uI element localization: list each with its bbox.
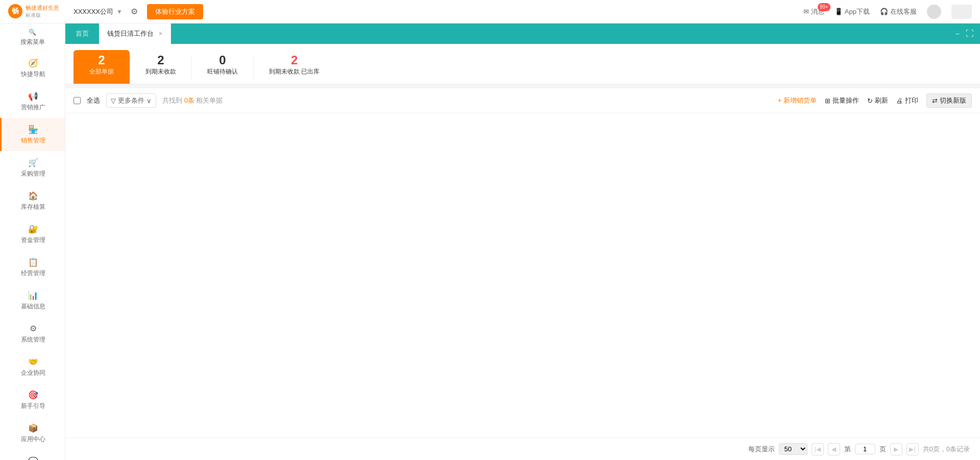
found-count: 0条 xyxy=(184,96,197,104)
sidebar-item-inventory[interactable]: 🏠 库存核算 xyxy=(0,184,65,217)
sidebar-item-label: 营销推广 xyxy=(21,103,45,112)
stat-label-wangpu: 旺铺待确认 xyxy=(207,67,238,76)
tab-minimize-button[interactable]: － xyxy=(953,29,962,39)
quick-nav-icon: 🧭 xyxy=(28,58,38,68)
header-company: XXXXXX公司 ▼ ⚙ 体验行业方案 xyxy=(74,4,803,19)
sidebar: 🔍 搜索菜单 🧭 快捷导航 📢 营销推广 🏪 销售管理 🛒 采购管理 🏠 库存核… xyxy=(0,23,65,460)
work-area: 2 全部单据 2 到期未收款 0 旺铺待确认 2 到期未收款 已出库 xyxy=(65,44,980,460)
print-button[interactable]: 🖨 打印 xyxy=(896,96,918,105)
trial-button[interactable]: 体验行业方案 xyxy=(147,4,203,19)
batch-icon: ⊞ xyxy=(825,97,830,105)
logo-text: 畅捷通好生意 xyxy=(26,4,59,11)
sidebar-item-basic-info[interactable]: 📊 基础信息 xyxy=(0,284,65,317)
logo-sub: 标准版 xyxy=(26,12,59,19)
prev-page-button[interactable]: ◀ xyxy=(828,443,840,455)
message-button[interactable]: ✉ 消息 99+ xyxy=(803,7,824,16)
new-sales-button[interactable]: + 新增销货单 xyxy=(778,96,817,105)
app-download-label: App下载 xyxy=(845,7,870,16)
switch-version-button[interactable]: ⇄ 切换新版 xyxy=(926,93,972,108)
basic-info-icon: 📊 xyxy=(28,290,38,300)
capital-icon: 🔐 xyxy=(28,224,38,234)
sidebar-item-label: 应用中心 xyxy=(21,435,45,444)
toolbar: 全选 ▽ 更多条件 ∨ 共找到 0条 相关单据 + 新增销货单 ⊞ 批量操作 xyxy=(65,88,980,113)
batch-operation-button[interactable]: ⊞ 批量操作 xyxy=(825,96,859,105)
sidebar-item-label: 销售管理 xyxy=(21,136,45,145)
sidebar-search[interactable]: 🔍 搜索菜单 xyxy=(0,23,65,52)
filter-button[interactable]: ▽ 更多条件 ∨ xyxy=(106,93,156,108)
stat-number-all: 2 xyxy=(98,54,105,66)
sidebar-item-label: 系统管理 xyxy=(21,335,45,344)
stat-tab-all[interactable]: 2 全部单据 xyxy=(74,50,130,84)
tab-home-label: 首页 xyxy=(76,29,89,38)
filter-label: 更多条件 xyxy=(118,96,144,105)
tab-home[interactable]: 首页 xyxy=(65,23,99,44)
sidebar-item-purchase[interactable]: 🛒 采购管理 xyxy=(0,151,65,184)
corp-wechat-icon: 💬 xyxy=(28,456,38,460)
sidebar-item-label: 基础信息 xyxy=(21,302,45,311)
company-dropdown-arrow[interactable]: ▼ xyxy=(116,8,122,15)
sidebar-item-label: 库存核算 xyxy=(21,203,45,211)
filter-dropdown-icon: ∨ xyxy=(146,97,152,105)
sidebar-item-marketing[interactable]: 📢 营销推广 xyxy=(0,85,65,118)
stat-label-shipped: 到期未收款 已出库 xyxy=(269,67,320,76)
settings-icon[interactable]: ⚙ xyxy=(131,7,138,16)
online-service-label: 在线客服 xyxy=(890,7,917,16)
company-name: XXXXXX公司 xyxy=(74,7,113,16)
tab-close-icon[interactable]: × xyxy=(159,30,162,37)
system-icon: ⚙ xyxy=(28,323,38,333)
tab-spacer xyxy=(171,23,947,44)
tab-maximize-button[interactable]: ⛶ xyxy=(966,29,974,38)
table-area xyxy=(65,113,980,438)
stats-tabs: 2 全部单据 2 到期未收款 0 旺铺待确认 2 到期未收款 已出库 xyxy=(65,44,980,84)
page-input[interactable] xyxy=(855,444,875,454)
sidebar-item-capital[interactable]: 🔐 资金管理 xyxy=(0,217,65,251)
app-center-icon: 📦 xyxy=(28,423,38,433)
purchase-icon: 🛒 xyxy=(28,157,38,167)
stat-number-wangpu: 0 xyxy=(219,54,226,66)
app-download-button[interactable]: 📱 App下载 xyxy=(835,7,870,16)
sidebar-item-label: 采购管理 xyxy=(21,170,45,178)
page-size-label: 每页显示 xyxy=(748,445,775,454)
tab-window-actions: － ⛶ xyxy=(947,23,980,44)
sidebar-item-label: 资金管理 xyxy=(21,236,45,245)
sidebar-item-system[interactable]: ⚙ 系统管理 xyxy=(0,317,65,350)
stat-tab-wangpu[interactable]: 0 旺铺待确认 xyxy=(192,50,253,84)
page-of: 页 xyxy=(879,445,886,454)
sidebar-item-quick-nav[interactable]: 🧭 快捷导航 xyxy=(0,52,65,85)
last-page-button[interactable]: ▶| xyxy=(906,443,919,455)
avatar[interactable] xyxy=(927,5,941,19)
guide-icon: 🎯 xyxy=(28,390,38,400)
online-service-button[interactable]: 🎧 在线客服 xyxy=(880,7,917,16)
switch-icon: ⇄ xyxy=(932,97,938,105)
sidebar-item-enterprise[interactable]: 🤝 企业协同 xyxy=(0,350,65,383)
next-page-button[interactable]: ▶ xyxy=(890,443,902,455)
sidebar-item-app-center[interactable]: 📦 应用中心 xyxy=(0,417,65,450)
first-page-button[interactable]: |◀ xyxy=(812,443,824,455)
sales-icon: 🏪 xyxy=(28,124,38,134)
header-right: ✉ 消息 99+ 📱 App下载 🎧 在线客服 xyxy=(803,5,972,19)
stat-tab-shipped[interactable]: 2 到期未收款 已出库 xyxy=(254,50,335,84)
sidebar-item-sales[interactable]: 🏪 销售管理 xyxy=(0,118,65,151)
operation-icon: 📋 xyxy=(28,257,38,267)
user-info[interactable] xyxy=(951,5,972,19)
sidebar-item-corp-wechat[interactable]: 💬 企业微信 xyxy=(0,450,65,460)
page-label: 第 xyxy=(844,445,851,454)
tab-work-bench[interactable]: 钱货日清工作台 × xyxy=(99,23,171,44)
sidebar-item-operation[interactable]: 📋 经营管理 xyxy=(0,251,65,284)
print-icon: 🖨 xyxy=(896,97,903,105)
found-prefix: 共找到 xyxy=(162,96,182,104)
select-all-checkbox[interactable] xyxy=(74,97,81,104)
sidebar-item-label: 快捷导航 xyxy=(21,70,45,79)
sidebar-item-label: 新手引导 xyxy=(21,402,45,410)
related-label: 相关单据 xyxy=(196,96,223,104)
refresh-button[interactable]: ↻ 刷新 xyxy=(867,96,888,105)
stat-tab-overdue[interactable]: 2 到期未收款 xyxy=(130,50,191,84)
refresh-icon: ↻ xyxy=(867,97,873,105)
logo-area: 畅 畅捷通好生意 标准版 xyxy=(8,4,74,18)
tab-bar: 首页 钱货日清工作台 × － ⛶ xyxy=(65,23,980,44)
sidebar-item-label: 企业协同 xyxy=(21,369,45,377)
stat-label-overdue: 到期未收款 xyxy=(145,67,176,76)
page-size-select[interactable]: 10 20 50 100 xyxy=(779,443,807,455)
sidebar-item-guide[interactable]: 🎯 新手引导 xyxy=(0,383,65,417)
sidebar-item-label: 经营管理 xyxy=(21,269,45,278)
